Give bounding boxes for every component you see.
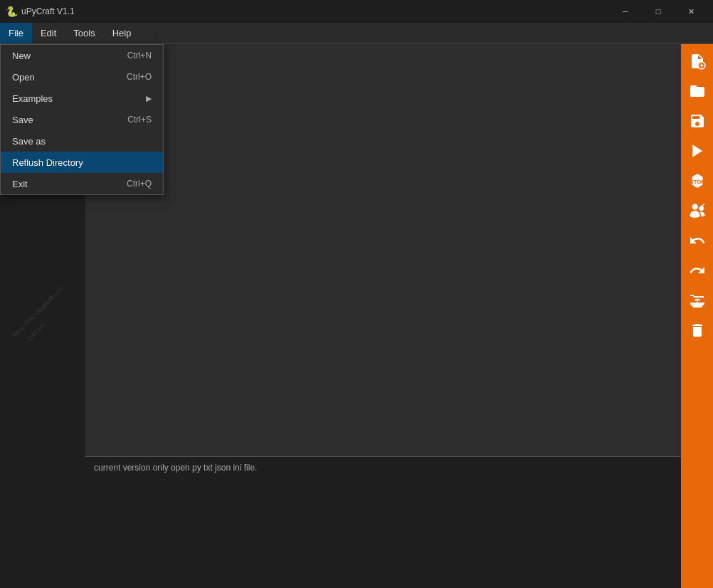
app-icon: 🐍 <box>6 6 17 17</box>
title-bar-left: 🐍 uPyCraft V1.1 <box>6 6 75 17</box>
open-file-button[interactable] <box>683 77 712 105</box>
menu-save-shortcut: Ctrl+S <box>127 115 152 125</box>
clear-icon <box>689 292 706 309</box>
new-file-icon <box>689 53 706 70</box>
menu-new-label: New <box>12 51 31 61</box>
title-bar: 🐍 uPyCraft V1.1 ─ □ ✕ <box>0 0 713 23</box>
right-toolbar: STOP <box>681 44 713 588</box>
menu-save[interactable]: Save Ctrl+S <box>1 109 163 130</box>
undo-icon <box>689 232 706 249</box>
editor-area: current version only open py txt json in… <box>85 44 681 588</box>
menu-save-as-label: Save as <box>12 136 46 147</box>
new-file-button[interactable] <box>683 47 712 75</box>
menu-exit-label: Exit <box>12 179 28 189</box>
redo-button[interactable] <box>683 256 712 285</box>
svg-text:STOP: STOP <box>690 179 705 185</box>
menu-open[interactable]: Open Ctrl+O <box>1 66 163 88</box>
menu-bar: File Edit Tools Help <box>0 23 713 44</box>
stop-button[interactable]: STOP <box>683 167 712 195</box>
window-controls: ─ □ ✕ <box>609 0 707 23</box>
menu-exit[interactable]: Exit Ctrl+Q <box>1 173 163 194</box>
menu-save-label: Save <box>12 115 33 125</box>
undo-button[interactable] <box>683 226 712 255</box>
clear-button[interactable] <box>683 286 712 315</box>
menu-help[interactable]: Help <box>104 23 140 43</box>
save-icon <box>689 112 706 130</box>
menu-edit[interactable]: Edit <box>32 23 65 43</box>
editor-status-text: current version only open py txt json in… <box>94 463 257 473</box>
run-button[interactable] <box>683 137 712 165</box>
menu-open-shortcut: Ctrl+O <box>127 72 152 82</box>
menu-exit-shortcut: Ctrl+Q <box>127 179 152 189</box>
connect-icon <box>689 202 706 219</box>
watermark: https://microdigisoft.com 1:49 pm <box>9 283 76 350</box>
delete-button[interactable] <box>683 316 712 345</box>
redo-icon <box>689 262 706 279</box>
menu-new[interactable]: New Ctrl+N <box>1 45 163 66</box>
menu-reflush-label: Reflush Directory <box>12 157 83 168</box>
menu-open-label: Open <box>12 72 35 83</box>
svg-marker-5 <box>692 145 702 157</box>
run-icon <box>689 142 706 159</box>
delete-icon <box>689 322 706 339</box>
close-button[interactable]: ✕ <box>675 0 707 23</box>
menu-reflush-directory[interactable]: Reflush Directory <box>1 152 163 173</box>
connect-button[interactable] <box>683 196 712 225</box>
menu-tools[interactable]: Tools <box>65 23 103 43</box>
app-title: uPyCraft V1.1 <box>21 6 75 16</box>
editor-main[interactable] <box>85 44 681 456</box>
save-button[interactable] <box>683 107 712 135</box>
menu-examples[interactable]: Examples ▶ <box>1 88 163 109</box>
open-file-icon <box>689 83 706 100</box>
menu-new-shortcut: Ctrl+N <box>127 51 152 61</box>
menu-examples-label: Examples <box>12 93 53 104</box>
editor-bottom: current version only open py txt json in… <box>85 456 681 588</box>
menu-examples-arrow: ▶ <box>146 94 152 103</box>
menu-save-as[interactable]: Save as <box>1 130 163 152</box>
maximize-button[interactable]: □ <box>642 0 675 23</box>
menu-file[interactable]: File <box>0 23 32 43</box>
minimize-button[interactable]: ─ <box>609 0 642 23</box>
stop-icon: STOP <box>689 172 706 189</box>
file-dropdown: New Ctrl+N Open Ctrl+O Examples ▶ Save C… <box>0 44 164 195</box>
